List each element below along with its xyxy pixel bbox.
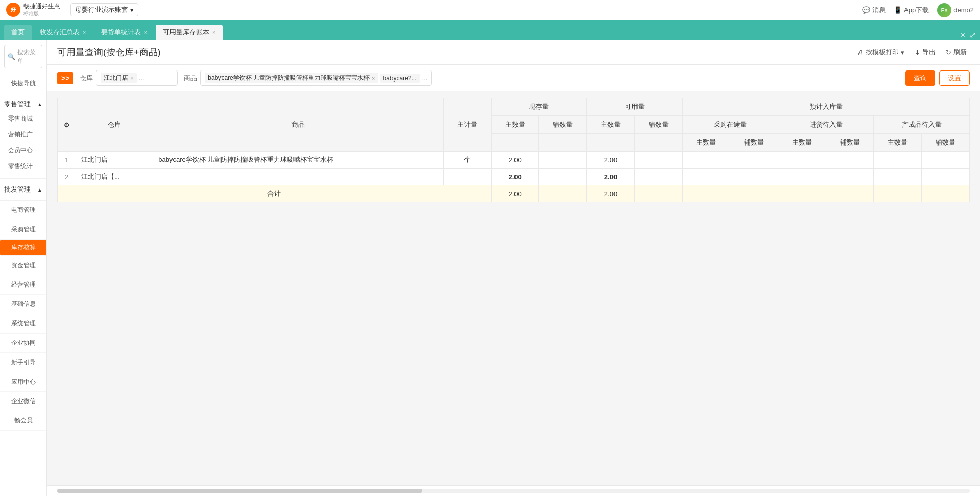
system-label: 系统管理 — [11, 320, 36, 327]
warehouse-label: 仓库 — [80, 74, 93, 83]
sidebar-section-wholesale-header[interactable]: 批发管理 ▲ — [4, 183, 42, 196]
incoming-main-sub: 主数量 — [778, 134, 826, 152]
row-1-purchase-main — [682, 152, 730, 169]
member-label: 会员中心 — [8, 147, 33, 154]
tab-home[interactable]: 首页 — [4, 25, 32, 40]
sidebar-item-newbie[interactable]: 新手引导 — [0, 353, 46, 372]
nav-tabs-right: × ⤢ — [961, 30, 976, 40]
expand-tab-action[interactable]: ⤢ — [969, 30, 976, 40]
product-aux-sub: 辅数量 — [922, 134, 970, 152]
sidebar-section-retail: 零售管理 ▲ 零售商城 营销推广 会员中心 零售统计 — [0, 93, 46, 179]
sidebar-item-vip[interactable]: 畅会员 — [0, 411, 46, 431]
retail-section-label: 零售管理 — [4, 100, 31, 109]
row-1-unit: 个 — [444, 152, 492, 169]
sidebar-item-wechat[interactable]: 企业微信 — [0, 392, 46, 411]
tab-receive-pay-label: 收发存汇总表 — [40, 28, 80, 37]
logo-text-area: 畅捷通好生意 标准版 — [23, 3, 60, 17]
retail-mall-label: 零售商城 — [8, 115, 33, 122]
warehouse-filter: 仓库 江北门店 × ... — [80, 70, 178, 86]
product-tag-2: babycare?... — [380, 74, 420, 83]
ecommerce-label: 电商管理 — [11, 206, 36, 214]
settings-button[interactable]: 设置 — [939, 70, 970, 86]
sidebar-item-app-center[interactable]: 应用中心 — [0, 372, 46, 392]
page-header: 可用量查询(按仓库+商品) 🖨 按模板打印 ▾ ⬇ 导出 ↻ 刷新 — [47, 40, 980, 65]
scroll-track[interactable] — [57, 489, 970, 493]
sidebar-item-inventory[interactable]: 库存核算 — [0, 240, 46, 256]
product-tag-1-close[interactable]: × — [372, 75, 375, 81]
product-label: 商品 — [184, 74, 197, 83]
tab-requisition-close[interactable]: × — [144, 29, 147, 35]
row-1-warehouse: 江北门店 — [76, 152, 153, 169]
org-name: 母婴行业演示账套 — [75, 5, 128, 14]
quick-nav-label: 快捷导航 — [11, 80, 36, 87]
tab-receive-pay[interactable]: 收发存汇总表 × — [33, 25, 93, 40]
total-incoming-main — [778, 185, 826, 202]
total-row: 合计 2.00 2.00 — [58, 185, 970, 202]
warehouse-tag: 江北门店 × — [101, 73, 136, 83]
sidebar-item-retail-stats[interactable]: 零售统计 — [4, 158, 42, 174]
sidebar-search-button[interactable]: 🔍 搜索菜单 — [4, 45, 42, 68]
refresh-icon: ↻ — [946, 49, 951, 56]
chevron-print-icon: ▾ — [901, 49, 904, 56]
row-1-index: 1 — [58, 152, 76, 169]
p-main2 — [587, 134, 635, 152]
tab-receive-pay-close[interactable]: × — [83, 29, 86, 35]
row-1-product-main — [874, 152, 922, 169]
refresh-btn[interactable]: ↻ 刷新 — [943, 46, 970, 58]
sidebar-item-operations[interactable]: 经营管理 — [0, 275, 46, 295]
sidebar-item-basic-info[interactable]: 基础信息 — [0, 295, 46, 314]
sidebar-section-retail-header[interactable]: 零售管理 ▲ — [4, 98, 42, 111]
logo-area: 好 畅捷通好生意 标准版 — [6, 3, 60, 17]
sidebar: 🔍 搜索菜单 快捷导航 零售管理 ▲ 零售商城 营销推广 会员中心 零售统计 — [0, 40, 47, 496]
user-area[interactable]: Ea demo2 — [937, 3, 974, 17]
tab-available-stock-close[interactable]: × — [212, 29, 215, 35]
row-2-current-aux — [539, 169, 587, 185]
gear-header[interactable]: ⚙ — [58, 98, 76, 152]
table-area: ⚙ 仓库 商品 主计量 现存量 可用量 预计入库量 主数量 辅数量 主数量 辅数… — [47, 91, 980, 485]
top-bar-right: 💬 消息 📱 App下载 Ea demo2 — [862, 3, 974, 17]
sidebar-item-system[interactable]: 系统管理 — [0, 314, 46, 334]
vip-label: 畅会员 — [14, 417, 33, 424]
marketing-label: 营销推广 — [8, 131, 33, 138]
org-selector[interactable]: 母婴行业演示账套 ▾ — [70, 3, 138, 16]
sidebar-search-label: 搜索菜单 — [17, 48, 39, 65]
export-btn[interactable]: ⬇ 导出 — [912, 46, 939, 58]
sidebar-item-purchase[interactable]: 采购管理 — [0, 220, 46, 240]
export-icon: ⬇ — [915, 49, 920, 56]
warehouse-tag-close[interactable]: × — [130, 75, 133, 81]
sidebar-item-enterprise[interactable]: 企业协同 — [0, 334, 46, 353]
app-download-btn[interactable]: 📱 App下载 — [894, 6, 929, 15]
sidebar-item-retail-mall[interactable]: 零售商城 — [4, 111, 42, 127]
print-btn[interactable]: 🖨 按模板打印 ▾ — [854, 46, 908, 58]
available-header: 可用量 — [587, 98, 682, 116]
inventory-label: 库存核算 — [11, 244, 36, 251]
sidebar-item-quick-nav[interactable]: 快捷导航 — [0, 74, 46, 93]
row-1-available-main: 2.00 — [587, 152, 635, 169]
enterprise-label: 企业协同 — [11, 339, 36, 346]
sidebar-item-ecommerce[interactable]: 电商管理 — [0, 201, 46, 220]
tab-requisition[interactable]: 要货单统计表 × — [94, 25, 154, 40]
product-dots[interactable]: ... — [422, 74, 428, 82]
row-2-available-aux — [634, 169, 682, 185]
scroll-thumb[interactable] — [57, 489, 422, 493]
message-btn[interactable]: 💬 消息 — [862, 6, 886, 15]
sidebar-item-marketing[interactable]: 营销推广 — [4, 127, 42, 143]
sidebar-item-finance[interactable]: 资金管理 — [0, 256, 46, 275]
nav-tabs: 首页 收发存汇总表 × 要货单统计表 × 可用量库存账本 × × ⤢ — [0, 20, 980, 40]
product-input[interactable]: babycare学饮杯 儿童防摔防撞吸管杯重力球吸嘴杯宝宝水杯 × babyca… — [200, 70, 432, 86]
row-2-purchase-main — [682, 169, 730, 185]
product-main-sub: 主数量 — [874, 134, 922, 152]
row-2-warehouse: 江北门店【... — [76, 169, 153, 185]
purchase-label: 采购管理 — [11, 226, 36, 233]
query-button[interactable]: 查询 — [905, 70, 935, 86]
sidebar-section-wholesale: 批发管理 ▲ — [0, 179, 46, 201]
sidebar-item-member[interactable]: 会员中心 — [4, 143, 42, 158]
tab-available-stock[interactable]: 可用量库存账本 × — [156, 25, 223, 40]
warehouse-input[interactable]: 江北门店 × ... — [96, 70, 178, 86]
close-tab-action[interactable]: × — [961, 31, 965, 40]
purchase-main-sub: 主数量 — [682, 134, 730, 152]
total-label: 合计 — [58, 185, 492, 202]
row-2-index: 2 — [58, 169, 76, 185]
warehouse-dots[interactable]: ... — [139, 74, 144, 82]
filter-expand-btn[interactable]: >> — [57, 72, 74, 84]
